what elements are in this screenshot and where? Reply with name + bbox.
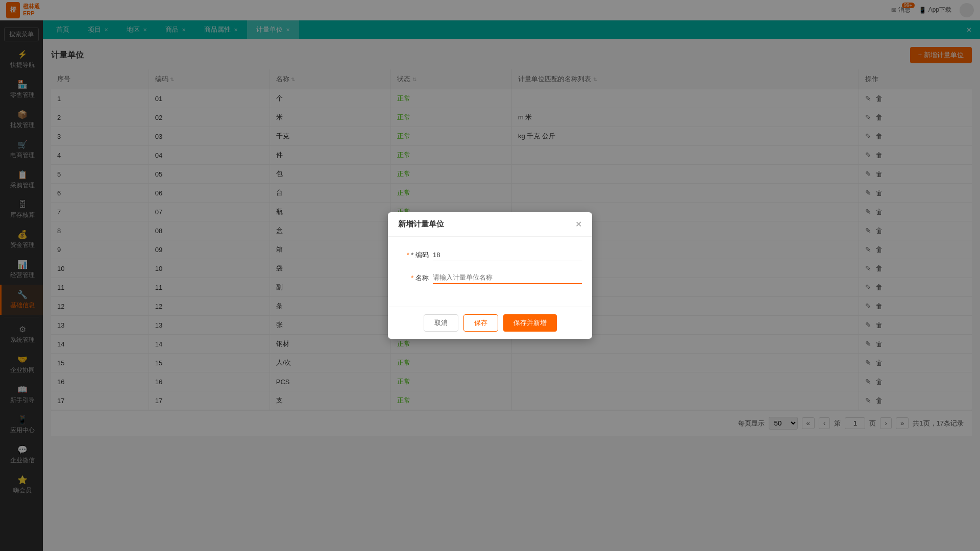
modal-title: 新增计量单位 [398,219,444,229]
code-input[interactable] [433,249,582,261]
save-new-button[interactable]: 保存并新增 [503,314,557,332]
required-star: * [407,251,409,259]
cancel-button[interactable]: 取消 [424,314,458,332]
name-input[interactable] [433,271,582,284]
required-star2: * [411,274,413,282]
form-row-code: * * 编码 [398,249,582,261]
modal-body: * * 编码 * 名称 [388,237,592,307]
save-button[interactable]: 保存 [463,314,498,332]
add-unit-modal: 新增计量单位 ✕ * * 编码 * 名称 取消 保存 保存并新增 [388,212,592,339]
modal-overlay: 新增计量单位 ✕ * * 编码 * 名称 取消 保存 保存并新增 [0,0,980,551]
name-label: * 名称 [398,273,429,283]
modal-footer: 取消 保存 保存并新增 [388,307,592,339]
modal-close-btn[interactable]: ✕ [575,219,582,229]
form-row-name: * 名称 [398,271,582,284]
modal-header: 新增计量单位 ✕ [388,212,592,237]
code-label: * * 编码 [398,251,429,260]
